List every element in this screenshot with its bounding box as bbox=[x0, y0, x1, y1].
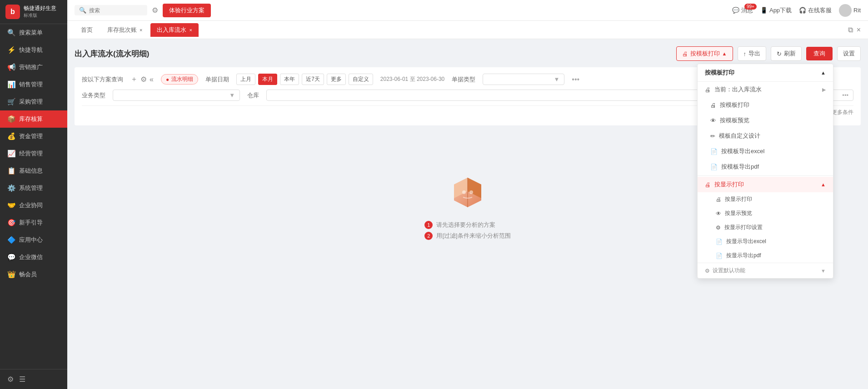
download-icon: 📱 bbox=[760, 7, 768, 14]
export-icon: ↑ bbox=[743, 50, 747, 57]
query-btn[interactable]: 查询 bbox=[806, 47, 833, 60]
template-print-item[interactable]: 🖨 按模板打印 bbox=[698, 97, 833, 113]
page-title: 出入库流水(流水明细) bbox=[75, 49, 149, 59]
restore-btn[interactable]: ⧉ bbox=[848, 26, 853, 34]
system-icon: ⚙️ bbox=[7, 184, 15, 192]
filter-tag-label: 流水明细 bbox=[171, 75, 193, 83]
biz-type-select[interactable]: ▼ bbox=[113, 90, 240, 101]
display-settings-item[interactable]: ⚙ 按显示打印设置 bbox=[698, 220, 833, 234]
print-btn[interactable]: 🖨 按模板打印 ▲ bbox=[676, 46, 733, 61]
sidebar-item-member[interactable]: 👑 畅会员 bbox=[0, 266, 67, 283]
display-group-header[interactable]: 🖨 按显示打印 ▲ bbox=[698, 177, 833, 192]
refresh-label: 刷新 bbox=[784, 50, 796, 58]
sidebar-item-marketing[interactable]: 📢 营销推广 bbox=[0, 59, 67, 76]
filter-tag-icon: ● bbox=[166, 76, 169, 83]
sidebar-item-apps[interactable]: 🔷 应用中心 bbox=[0, 231, 67, 249]
date-week7-btn[interactable]: 近7天 bbox=[302, 74, 324, 85]
search-input[interactable] bbox=[89, 7, 135, 14]
sidebar-item-label: 营销推广 bbox=[19, 63, 60, 71]
filter-settings-btn[interactable]: ⚙ bbox=[140, 75, 147, 84]
display-pdf-item[interactable]: 📄 按显示导出pdf bbox=[698, 249, 833, 263]
close-window-btn[interactable]: × bbox=[857, 26, 861, 34]
template-pdf-label: 按模板导出pdf bbox=[721, 163, 759, 171]
collapse-menu-icon[interactable]: ☰ bbox=[19, 375, 25, 384]
online-service-btn[interactable]: 🎧 在线客服 bbox=[799, 6, 832, 15]
template-custom-label: 模板自定义设计 bbox=[719, 132, 760, 140]
sidebar-item-quick-nav[interactable]: ⚡ 快捷导航 bbox=[0, 41, 67, 59]
user-name: Rit bbox=[853, 7, 861, 14]
more-icon: ••• bbox=[842, 92, 848, 99]
display-excel-item[interactable]: 📄 按显示导出excel bbox=[698, 234, 833, 249]
refresh-btn[interactable]: ↻ 刷新 bbox=[771, 46, 802, 61]
sidebar-item-label: 经营管理 bbox=[19, 150, 60, 158]
template-excel-item[interactable]: 📄 按模板导出excel bbox=[698, 144, 833, 159]
settings-icon[interactable]: ⚙ bbox=[7, 375, 14, 384]
export-btn[interactable]: ↑ 导出 bbox=[738, 46, 767, 61]
active-filter-tag[interactable]: ● 流水明细 bbox=[161, 74, 198, 85]
settings-btn[interactable]: 设置 bbox=[837, 46, 861, 61]
tab-flow[interactable]: 出入库流水 × bbox=[150, 23, 198, 37]
current-template-item[interactable]: 🖨 当前：出入库流水 ▶ bbox=[698, 82, 833, 97]
template-preview-item[interactable]: 👁 按模板预览 bbox=[698, 113, 833, 128]
marketing-icon: 📢 bbox=[7, 63, 15, 71]
template-print-label: 按模板打印 bbox=[720, 101, 749, 109]
date-current-btn[interactable]: 本月 bbox=[258, 74, 277, 85]
sidebar: b 畅捷通好生意 标准版 🔍 搜索菜单 ⚡ 快捷导航 📢 营销推广 📊 销售管理… bbox=[0, 0, 67, 389]
sidebar-item-finance[interactable]: 💰 资金管理 bbox=[0, 128, 67, 145]
dropdown-title: 按模板打印 bbox=[705, 69, 734, 77]
sidebar-item-sales[interactable]: 📊 销售管理 bbox=[0, 76, 67, 93]
date-custom-btn[interactable]: 自定义 bbox=[349, 74, 373, 85]
quick-nav-icon: ⚡ bbox=[7, 46, 15, 54]
sidebar-item-label: 系统管理 bbox=[19, 184, 60, 192]
display-print-item[interactable]: 🖨 按显示打印 bbox=[698, 192, 833, 206]
member-icon: 👑 bbox=[7, 270, 15, 279]
display-preview-item[interactable]: 👁 按显示预览 bbox=[698, 206, 833, 220]
date-prev-btn[interactable]: 上月 bbox=[236, 74, 255, 85]
sidebar-item-collab[interactable]: 🤝 企业协同 bbox=[0, 197, 67, 214]
topbar-search-wrap[interactable]: 🔍 bbox=[75, 5, 147, 15]
app-download-label: App下载 bbox=[769, 6, 792, 15]
template-preview-icon: 👁 bbox=[710, 117, 716, 124]
industry-btn[interactable]: 体验行业方案 bbox=[163, 4, 211, 17]
template-pdf-item[interactable]: 📄 按模板导出pdf bbox=[698, 159, 833, 175]
sidebar-item-label: 资金管理 bbox=[19, 132, 60, 140]
date-label: 单据日期 bbox=[205, 75, 229, 84]
message-btn[interactable]: 💬 消息 99+ bbox=[732, 6, 753, 15]
tab-actions: ⧉ × bbox=[848, 26, 861, 34]
date-year-btn[interactable]: 本年 bbox=[280, 74, 299, 85]
sidebar-item-search[interactable]: 🔍 搜索菜单 bbox=[0, 24, 67, 41]
dropdown-footer[interactable]: ⚙ 设置默认功能 ▼ bbox=[698, 263, 833, 278]
message-badge: 99+ bbox=[744, 4, 757, 10]
filter-add-btn[interactable]: ＋ bbox=[130, 75, 138, 84]
sidebar-item-label: 搜索菜单 bbox=[19, 29, 60, 37]
sidebar-item-inventory[interactable]: 📦 库存核算 bbox=[0, 110, 67, 128]
chevron-right-icon: ▶ bbox=[822, 87, 826, 93]
sidebar-item-basic[interactable]: 📋 基础信息 bbox=[0, 162, 67, 180]
sidebar-item-operations[interactable]: 📈 经营管理 bbox=[0, 145, 67, 162]
doc-type-more-btn[interactable]: ••• bbox=[572, 75, 579, 84]
apps-icon: 🔷 bbox=[7, 236, 15, 244]
sidebar-item-purchase[interactable]: 🛒 采购管理 bbox=[0, 93, 67, 110]
tab-close-active-btn[interactable]: × bbox=[189, 27, 192, 33]
sidebar-item-label: 库存核算 bbox=[19, 115, 60, 123]
sidebar-item-guide[interactable]: 🎯 新手引导 bbox=[0, 214, 67, 231]
display-print-label: 按显示打印 bbox=[725, 195, 752, 203]
tab-close-btn[interactable]: × bbox=[140, 27, 142, 33]
sidebar-item-wechat[interactable]: 💬 企业微信 bbox=[0, 249, 67, 266]
wechat-icon: 💬 bbox=[7, 253, 15, 261]
template-custom-item[interactable]: ✏ 模板自定义设计 bbox=[698, 128, 833, 144]
sidebar-item-label: 销售管理 bbox=[19, 80, 60, 89]
date-more-btn[interactable]: 更多 bbox=[327, 74, 346, 85]
filter-collapse-btn[interactable]: « bbox=[150, 75, 154, 84]
page-toolbar: 🖨 按模板打印 ▲ ↑ 导出 ↻ 刷新 查询 设置 按模板打印 bbox=[676, 46, 861, 61]
purchase-icon: 🛒 bbox=[7, 98, 15, 106]
dropdown-collapse-icon[interactable]: ▲ bbox=[821, 70, 826, 75]
finance-icon: 💰 bbox=[7, 132, 15, 140]
tab-home[interactable]: 首页 bbox=[75, 23, 99, 37]
settings-icon[interactable]: ⚙ bbox=[152, 6, 158, 15]
app-download-btn[interactable]: 📱 App下载 bbox=[760, 6, 792, 15]
doc-type-select[interactable]: ▼ bbox=[483, 74, 564, 85]
sidebar-item-system[interactable]: ⚙️ 系统管理 bbox=[0, 180, 67, 197]
tab-batch-account[interactable]: 库存批次账 × bbox=[101, 23, 149, 37]
user-avatar-btn[interactable]: Rit bbox=[839, 4, 861, 17]
